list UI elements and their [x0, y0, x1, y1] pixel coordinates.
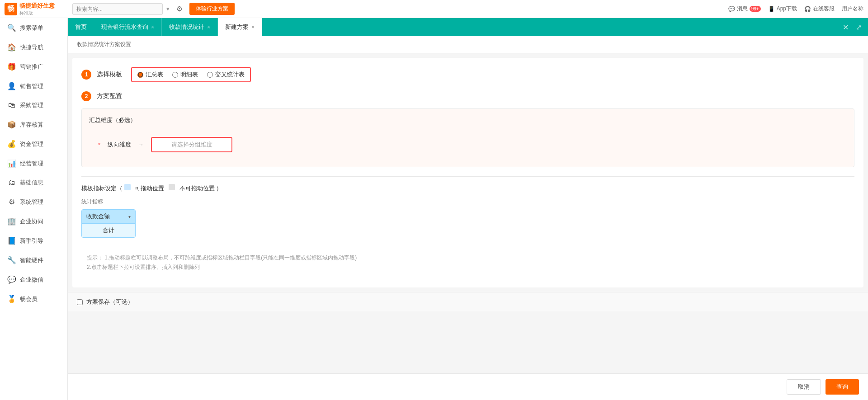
stats-section: 统计指标 收款金额 ▾ 合计: [81, 198, 854, 238]
tab-new-plan[interactable]: 新建方案 ×: [218, 18, 262, 36]
stats-card-header[interactable]: 收款金额 ▾: [82, 210, 135, 224]
step2-label: 方案配置: [97, 92, 122, 100]
sales-icon: 👤: [7, 82, 16, 90]
sidebar-label-newbie: 新手引导: [20, 237, 43, 245]
dimension-select-box[interactable]: 请选择分组维度: [151, 137, 232, 152]
indicator-row: 模板指标设定（ 可拖动位置 不可拖动位置 ）: [81, 184, 854, 193]
message-icon: 💬: [728, 6, 735, 12]
stats-section-label: 统计指标: [81, 198, 854, 206]
sidebar-label-member: 畅会员: [20, 295, 38, 303]
dimension-title: 汇总维度（必选）: [89, 116, 847, 124]
tab-new-plan-close[interactable]: ×: [251, 24, 255, 30]
sidebar-item-smart-hw[interactable]: 🔧 智能硬件: [0, 250, 67, 270]
tab-bank-flow-close[interactable]: ×: [151, 24, 154, 30]
sidebar: 🔍 搜索菜单 🏠 快捷导航 🎁 营销推广 👤 销售管理 🛍 采购管理 📦 库存核…: [0, 18, 68, 400]
message-badge: 99+: [750, 6, 761, 12]
bottom-bar: 取消 查询: [68, 373, 868, 400]
tab-home[interactable]: 首页: [68, 18, 94, 36]
wechat-icon: 💬: [7, 275, 16, 284]
enterprise-icon: 🏢: [7, 217, 16, 226]
stats-card-dropdown-icon[interactable]: ▾: [128, 214, 131, 219]
newbie-icon: 📘: [7, 236, 16, 245]
home-icon: 🏠: [7, 43, 16, 52]
tab-bank-flow-label: 现金银行流水查询: [101, 23, 148, 31]
template-option-summary-label: 汇总表: [146, 71, 163, 79]
cancel-button[interactable]: 取消: [787, 379, 821, 395]
system-icon: ⚙: [7, 198, 16, 206]
sidebar-label-marketing: 营销推广: [20, 63, 43, 71]
stats-card-body: 合计: [82, 224, 135, 237]
radio-cross[interactable]: [207, 72, 213, 78]
settings-gear-button[interactable]: ⚙: [173, 3, 186, 15]
trial-industry-button[interactable]: 体验行业方案: [189, 3, 235, 15]
step1-section: 1 选择模板 汇总表 明细表: [81, 67, 854, 82]
save-plan-checkbox[interactable]: [77, 299, 83, 305]
tab-maximize-button[interactable]: ⤢: [853, 21, 864, 33]
sidebar-item-sales[interactable]: 👤 销售管理: [0, 76, 67, 96]
draggable-indicator-icon: [124, 184, 131, 190]
sidebar-item-purchase[interactable]: 🛍 采购管理: [0, 96, 67, 115]
logo-sub: 标准版: [19, 10, 55, 16]
sidebar-item-operation[interactable]: 📊 经营管理: [0, 154, 67, 173]
tips-section: 提示： 1.拖动标题栏可以调整布局，不可跨维度或指标区域拖动栏目字段(只能在同一…: [81, 249, 854, 278]
app-download-icon: 📱: [768, 6, 775, 12]
tab-bank-flow[interactable]: 现金银行流水查询 ×: [94, 18, 162, 36]
tab-bar: 首页 现金银行流水查询 × 收款情况统计 × 新建方案 × ✕ ⤢: [68, 18, 868, 36]
sidebar-label-enterprise-wechat: 企业微信: [20, 276, 43, 284]
header-search: ▾ ⚙ 体验行业方案: [72, 3, 728, 15]
smart-hw-icon: 🔧: [7, 256, 16, 264]
template-option-detail[interactable]: 明细表: [172, 71, 198, 79]
page-content: 收款情况统计方案设置 1 选择模板 汇总表: [68, 36, 868, 373]
no-drag-indicator-icon: [169, 184, 175, 190]
template-option-detail-label: 明细表: [180, 71, 198, 79]
sidebar-item-system[interactable]: ⚙ 系统管理: [0, 192, 67, 212]
breadcrumb-text: 收款情况统计方案设置: [77, 41, 131, 47]
sidebar-item-enterprise-coop[interactable]: 🏢 企业协同: [0, 212, 67, 231]
vertical-dimension-label: 纵向维度: [108, 141, 131, 149]
online-service-button[interactable]: 🎧 在线客服: [804, 5, 835, 13]
user-info[interactable]: 用户名称: [842, 5, 863, 13]
query-button[interactable]: 查询: [826, 379, 859, 395]
template-option-summary[interactable]: 汇总表: [137, 71, 163, 79]
form-area: 1 选择模板 汇总表 明细表: [72, 58, 863, 287]
tab-receipt-stats-label: 收款情况统计: [169, 23, 204, 31]
sidebar-label-operation: 经营管理: [20, 160, 43, 168]
template-option-cross[interactable]: 交叉统计表: [207, 71, 245, 79]
sidebar-label-sales: 销售管理: [20, 82, 43, 90]
finance-icon: 💰: [7, 140, 16, 148]
sidebar-item-marketing[interactable]: 🎁 营销推广: [0, 57, 67, 76]
search-input[interactable]: [72, 3, 163, 15]
template-options-box: 汇总表 明细表 交叉统计表: [131, 67, 251, 82]
main-container: 🔍 搜索菜单 🏠 快捷导航 🎁 营销推广 👤 销售管理 🛍 采购管理 📦 库存核…: [0, 18, 868, 400]
app-download-button[interactable]: 📱 App下载: [768, 5, 797, 13]
radio-detail[interactable]: [172, 72, 178, 78]
basic-info-icon: 🗂: [7, 179, 16, 187]
dropdown-arrow-icon[interactable]: ▾: [166, 5, 170, 12]
sidebar-label-purchase: 采购管理: [20, 101, 43, 109]
sidebar-item-enterprise-wechat[interactable]: 💬 企业微信: [0, 270, 67, 289]
sidebar-item-inventory[interactable]: 📦 库存核算: [0, 115, 67, 134]
sidebar-item-basic-info[interactable]: 🗂 基础信息: [0, 173, 67, 192]
stats-card-header-label: 收款金额: [86, 212, 110, 221]
sidebar-label-basic-info: 基础信息: [20, 179, 43, 187]
sidebar-item-quick-nav[interactable]: 🏠 快捷导航: [0, 38, 67, 57]
save-option-label: 方案保存（可选）: [86, 298, 133, 306]
tab-bar-right: ✕ ⤢: [840, 21, 868, 33]
tab-receipt-stats[interactable]: 收款情况统计 ×: [162, 18, 218, 36]
sidebar-item-search-menu[interactable]: 🔍 搜索菜单: [0, 18, 67, 38]
tab-close-window-button[interactable]: ✕: [840, 21, 851, 33]
sidebar-label-inventory: 库存核算: [20, 121, 43, 129]
step2-section: 2 方案配置 汇总维度（必选） * 纵向维度 → 请选择分组维度: [81, 91, 854, 278]
logo-text: 畅捷通好生意: [19, 2, 55, 10]
radio-summary[interactable]: [137, 72, 143, 78]
breadcrumb: 收款情况统计方案设置: [68, 36, 868, 53]
stats-card: 收款金额 ▾ 合计: [81, 209, 136, 238]
messages-label: 消息: [737, 5, 748, 13]
tab-receipt-stats-close[interactable]: ×: [207, 24, 210, 30]
tip-item-2: 2.点击标题栏下拉可设置排序、插入列和删除列: [87, 264, 849, 271]
sidebar-item-member[interactable]: 🏅 畅会员: [0, 289, 67, 309]
sidebar-label-system: 系统管理: [20, 198, 43, 206]
sidebar-item-newbie[interactable]: 📘 新手引导: [0, 231, 67, 250]
sidebar-item-finance[interactable]: 💰 资金管理: [0, 134, 67, 154]
messages-button[interactable]: 💬 消息 99+: [728, 5, 761, 13]
